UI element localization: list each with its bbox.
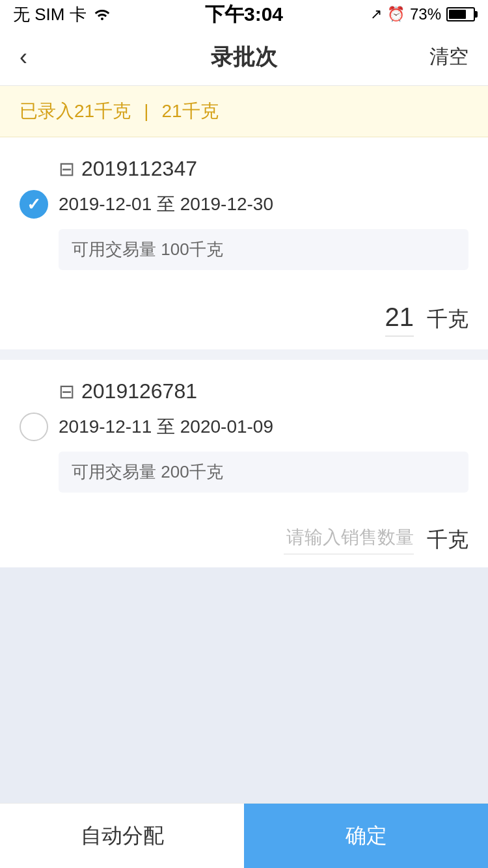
quantity-value-1[interactable]: 21 bbox=[385, 303, 414, 336]
batch-header-2: ⊟ 2019126781 bbox=[59, 379, 468, 403]
quantity-unit-1: 千克 bbox=[427, 305, 468, 334]
batch-date-row-1[interactable]: 2019-12-01 至 2019-12-30 bbox=[20, 190, 468, 219]
status-time: 下午3:04 bbox=[205, 1, 283, 28]
input-row-2: 请输入销售数量 千克 bbox=[0, 512, 488, 567]
empty-area bbox=[0, 567, 488, 828]
batch-date-2: 2019-12-11 至 2020-01-09 bbox=[59, 414, 273, 439]
location-icon: ↗ bbox=[370, 6, 382, 23]
clear-button[interactable]: 清空 bbox=[429, 44, 468, 70]
input-unit-2: 千克 bbox=[427, 526, 468, 554]
batch-header-1: ⊟ 2019112347 bbox=[59, 157, 468, 181]
batch-icon-1: ⊟ bbox=[59, 157, 75, 180]
nav-bar: ‹ 录批次 清空 bbox=[0, 29, 488, 86]
batch-item-1: ⊟ 2019112347 2019-12-01 至 2019-12-30 可用交… bbox=[0, 137, 488, 290]
batch-icon-2: ⊟ bbox=[59, 380, 75, 403]
carrier-text: 无 SIM 卡 bbox=[13, 3, 87, 26]
status-right: ↗ ⏰ 73% bbox=[370, 5, 475, 23]
info-banner: 已录入21千克 | 21千克 bbox=[0, 86, 488, 137]
batch-availability-2: 可用交易量 200千克 bbox=[59, 452, 468, 493]
section-divider bbox=[0, 349, 488, 360]
batch-id-2: 2019126781 bbox=[81, 379, 197, 403]
quantity-row-1: 21 千克 bbox=[0, 290, 488, 349]
status-bar: 无 SIM 卡 下午3:04 ↗ ⏰ 73% bbox=[0, 0, 488, 29]
radio-1[interactable] bbox=[20, 190, 48, 219]
status-left: 无 SIM 卡 bbox=[13, 3, 111, 26]
alarm-icon: ⏰ bbox=[387, 6, 405, 23]
info-divider: | bbox=[144, 101, 148, 122]
main-content: 已录入21千克 | 21千克 ⊟ 2019112347 2019-12-01 至… bbox=[0, 86, 488, 868]
wifi-icon bbox=[93, 5, 111, 25]
battery-icon bbox=[446, 7, 475, 21]
auto-distribute-button[interactable]: 自动分配 bbox=[0, 804, 244, 868]
recorded-label: 已录入21千克 bbox=[20, 99, 131, 124]
batch-availability-1: 可用交易量 100千克 bbox=[59, 229, 468, 270]
quantity-input-placeholder-2[interactable]: 请输入销售数量 bbox=[284, 525, 414, 554]
batch-date-row-2[interactable]: 2019-12-11 至 2020-01-09 bbox=[20, 413, 468, 441]
radio-2[interactable] bbox=[20, 413, 48, 441]
back-button[interactable]: ‹ bbox=[20, 44, 59, 71]
batch-item-2: ⊟ 2019126781 2019-12-11 至 2020-01-09 可用交… bbox=[0, 360, 488, 512]
page-title: 录批次 bbox=[211, 42, 277, 72]
battery-text: 73% bbox=[410, 5, 441, 23]
confirm-button[interactable]: 确定 bbox=[244, 804, 488, 868]
batch-id-1: 2019112347 bbox=[81, 157, 197, 181]
batch-date-1: 2019-12-01 至 2019-12-30 bbox=[59, 192, 273, 217]
footer: 自动分配 确定 bbox=[0, 803, 488, 868]
info-total: 21千克 bbox=[161, 99, 218, 124]
